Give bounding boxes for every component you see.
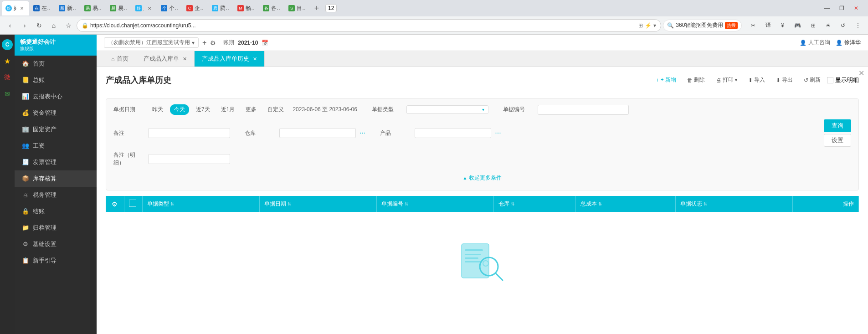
new-tab-btn[interactable]: +: [310, 2, 323, 15]
page-tab-history[interactable]: 产成品入库单历史 ✕: [195, 51, 265, 67]
icon-sidebar-logo[interactable]: C: [1, 38, 14, 51]
warehouse-filter-input[interactable]: [279, 128, 356, 138]
export-btn[interactable]: ⬇ 导出: [771, 74, 797, 86]
restore-btn[interactable]: ❐: [835, 2, 848, 15]
sort-status-icon[interactable]: ⇅: [704, 201, 707, 206]
header-checkbox[interactable]: [129, 200, 136, 207]
history-btn[interactable]: ↺: [837, 19, 849, 32]
org-selector[interactable]: （勿删勿禁用）江西服宝测试专用 ▾: [104, 37, 199, 48]
sidebar-item-invoice[interactable]: 🧾 发票管理: [15, 154, 97, 170]
th-status[interactable]: 单据状态 ⇅: [675, 196, 792, 212]
tab-item[interactable]: M 畅...: [234, 1, 259, 15]
grid-btn[interactable]: ⊞: [807, 19, 819, 32]
tab-item[interactable]: S 目...: [285, 1, 310, 15]
sidebar-item-close-acct[interactable]: 🔒 结账: [15, 203, 97, 220]
sidebar-item-home[interactable]: 🏠 首页: [15, 56, 97, 72]
reload-btn[interactable]: ↻: [33, 19, 46, 32]
theme-btn[interactable]: ☀: [822, 19, 834, 32]
tab-item[interactable]: 在 在...: [30, 1, 55, 15]
tab-item[interactable]: 各 各...: [259, 1, 284, 15]
import-btn[interactable]: ⬆ 导入: [744, 74, 770, 86]
sidebar-item-newbill[interactable]: 📋 新手引导: [15, 252, 97, 269]
tab-count[interactable]: 12: [325, 4, 337, 12]
user-service-btn[interactable]: 👤 人工咨询: [800, 39, 830, 46]
scissors-btn[interactable]: ✂: [747, 19, 759, 32]
sidebar-item-inventory[interactable]: 📦 库存核算: [15, 170, 97, 187]
sort-warehouse-icon[interactable]: ⇅: [511, 201, 514, 206]
sidebar-item-tax[interactable]: 🖨 税务管理: [15, 187, 97, 203]
dropdown-icon[interactable]: ▾: [653, 22, 656, 29]
currency-btn[interactable]: ¥: [777, 19, 788, 32]
sort-no-icon[interactable]: ⇅: [405, 201, 408, 206]
sidebar-item-report[interactable]: 📊 云报表中心: [15, 88, 97, 105]
forward-btn[interactable]: ›: [18, 19, 31, 32]
settings-btn[interactable]: ⚙: [210, 39, 216, 46]
tab-item[interactable]: 易 易...: [81, 1, 106, 15]
filter-today-btn[interactable]: 今天: [170, 104, 189, 115]
show-cols-toggle[interactable]: 显示明细: [827, 76, 859, 84]
translate-btn[interactable]: 译: [762, 19, 775, 32]
th-checkbox[interactable]: [124, 196, 142, 212]
icon-sidebar-star[interactable]: ★: [1, 55, 14, 67]
product-dots[interactable]: ···: [495, 129, 501, 137]
print-dropdown-icon[interactable]: ▾: [735, 77, 737, 82]
user-avatar[interactable]: 👤 徐泽华: [836, 39, 861, 46]
tab-close-btn[interactable]: ✕: [146, 5, 153, 12]
filter-custom-btn[interactable]: 自定义: [263, 104, 288, 115]
th-warehouse[interactable]: 仓库 ⇅: [494, 196, 576, 212]
th-cost[interactable]: 总成本 ⇅: [576, 196, 676, 212]
tab-item[interactable]: 个 个...: [157, 1, 182, 15]
bookmark-btn[interactable]: ☆: [62, 19, 75, 32]
new-btn[interactable]: + + 新增: [652, 74, 681, 86]
icon-sidebar-mail[interactable]: ✉: [1, 87, 14, 100]
sidebar-item-ledger[interactable]: 📒 总账: [15, 72, 97, 88]
th-type[interactable]: 单据类型 ⇅: [142, 196, 259, 212]
grid-icon[interactable]: ⊞: [638, 22, 643, 29]
minimize-btn[interactable]: —: [821, 2, 833, 15]
product-filter-input[interactable]: [415, 128, 491, 138]
address-bar[interactable]: 🔒 https://cloud.chanjet.com/accounting/u…: [77, 19, 661, 32]
settings-filter-btn[interactable]: 设置: [824, 134, 851, 147]
collapse-filter-btn[interactable]: ▲ 收起更多条件: [113, 171, 851, 185]
sidebar-item-settings[interactable]: ⚙ 基础设置: [15, 236, 97, 252]
sidebar-item-archive[interactable]: 📁 归档管理: [15, 220, 97, 236]
warehouse-dots[interactable]: ···: [360, 129, 365, 137]
add-org-btn[interactable]: +: [202, 39, 206, 47]
page-tab-history-close[interactable]: ✕: [253, 56, 257, 62]
refresh-btn[interactable]: ↺ 刷新: [799, 74, 825, 86]
filter-type-select[interactable]: ▾: [406, 105, 488, 114]
note-filter-input[interactable]: [148, 128, 230, 138]
tab-item[interactable]: 腾 腾...: [208, 1, 233, 15]
docno-filter-input[interactable]: [538, 105, 629, 115]
sort-type-icon[interactable]: ⇅: [170, 201, 174, 206]
filter-7days-btn[interactable]: 近7天: [192, 104, 214, 115]
icon-sidebar-weibo[interactable]: 微: [1, 71, 14, 84]
th-no[interactable]: 单据编号 ⇅: [377, 196, 494, 212]
tab-active[interactable]: 好 好... ✕: [2, 1, 29, 15]
sidebar-item-money[interactable]: 💰 资金管理: [15, 105, 97, 121]
browser-search-bar[interactable]: 🔍 360智能抠图免费用 热搜: [663, 20, 742, 31]
tab-item[interactable]: 易 易...: [106, 1, 131, 15]
tab-item[interactable]: C 企...: [183, 1, 208, 15]
close-panel-btn[interactable]: ✕: [855, 67, 868, 79]
query-btn[interactable]: 查询: [824, 119, 851, 132]
sort-cost-icon[interactable]: ⇅: [598, 201, 602, 206]
lightning-icon[interactable]: ⚡: [645, 22, 652, 29]
note-detail-input[interactable]: [148, 154, 230, 164]
back-btn[interactable]: ‹: [4, 19, 16, 32]
delete-btn[interactable]: 🗑 删除: [683, 74, 709, 86]
close-btn[interactable]: ✕: [850, 2, 863, 15]
tab-item[interactable]: 好 好... ✕: [132, 1, 157, 15]
filter-more-btn[interactable]: 更多: [241, 104, 261, 115]
home-btn[interactable]: ⌂: [47, 19, 60, 32]
print-btn[interactable]: 🖨 打印 ▾: [711, 74, 742, 86]
page-tab-list-close[interactable]: ✕: [183, 56, 187, 62]
page-tab-home[interactable]: ⌂ 首页: [104, 51, 136, 67]
sort-date-icon[interactable]: ⇅: [288, 201, 291, 206]
th-date[interactable]: 单据日期 ⇅: [259, 196, 376, 212]
th-gear[interactable]: ⚙: [106, 196, 124, 212]
tab-item[interactable]: 新 新建...: [55, 1, 80, 15]
sidebar-item-asset[interactable]: 🏢 固定资产: [15, 121, 97, 138]
page-tab-list[interactable]: 产成品入库单 ✕: [136, 51, 195, 67]
tab-close-btn[interactable]: ✕: [18, 5, 26, 12]
